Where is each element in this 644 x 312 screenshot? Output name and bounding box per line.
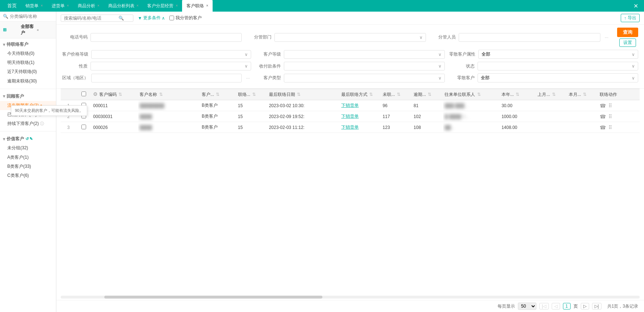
section-review-title[interactable]: ▾ 回顾客户 bbox=[0, 92, 56, 101]
region-input[interactable] bbox=[91, 74, 242, 82]
sort-icon[interactable]: ⇅ bbox=[516, 92, 519, 97]
customer-level-select[interactable]: ∨ bbox=[284, 50, 444, 59]
field-phone: 电话号码 bbox=[62, 33, 242, 42]
way-link[interactable]: 下销货单 bbox=[341, 114, 359, 119]
export-button[interactable]: ↑ 导出 bbox=[621, 14, 640, 22]
tab-home[interactable]: 首页 bbox=[3, 0, 21, 12]
table-row: 2 00030031 ████ B类客户 15 2023-02-09 19:52… bbox=[61, 111, 640, 122]
field-status: 状态 ∨ bbox=[449, 62, 638, 70]
sidebar-item-c-class[interactable]: C类客户(6) bbox=[0, 171, 56, 180]
edit-icon[interactable]: ✎ bbox=[29, 137, 33, 141]
col-year-header: 本年... ⇅ bbox=[500, 89, 536, 100]
status-select[interactable]: ∨ bbox=[478, 62, 638, 70]
main-search-input[interactable] bbox=[64, 16, 118, 21]
section-value-title[interactable]: ▾ 价值客户 ↺ ✎ bbox=[0, 134, 56, 143]
nature-label: 性质 bbox=[62, 63, 88, 69]
next-page-button[interactable]: ▷ bbox=[581, 303, 589, 309]
sort-icon[interactable]: ⇅ bbox=[118, 92, 122, 97]
close-icon[interactable]: × bbox=[137, 0, 139, 12]
sort-icon[interactable]: ⇅ bbox=[369, 92, 373, 97]
more-icon[interactable]: ··· bbox=[603, 35, 610, 40]
nature-select[interactable]: ∨ bbox=[90, 62, 251, 70]
sidebar-search-input[interactable] bbox=[10, 14, 53, 19]
sort-icon[interactable]: ⇅ bbox=[216, 92, 220, 97]
contact-icon[interactable]: ☎ bbox=[600, 125, 606, 130]
data-table: ⚙ 客户编码 ⇅ 客户名称 ⇅ 客户... ⇅ bbox=[61, 89, 640, 133]
customer-type-select[interactable]: ∨ bbox=[284, 74, 444, 82]
sort-icon[interactable]: ⇅ bbox=[252, 92, 256, 97]
sidebar-item-ungrouped[interactable]: 未分组(32) bbox=[0, 143, 56, 153]
sort-icon[interactable]: ⇅ bbox=[583, 92, 587, 97]
sort-icon[interactable]: ⇅ bbox=[477, 92, 481, 97]
manager-input[interactable] bbox=[459, 33, 600, 42]
tab-purchase[interactable]: 进货单 × bbox=[47, 0, 73, 12]
field-phone-label: 电话号码 bbox=[62, 34, 88, 40]
refresh-icon[interactable]: ↺ bbox=[25, 137, 29, 141]
select-all-checkbox[interactable] bbox=[81, 92, 86, 96]
sort-icon[interactable]: ⇅ bbox=[159, 92, 163, 97]
dept-select[interactable]: ∨ bbox=[274, 33, 426, 42]
close-icon[interactable]: × bbox=[176, 0, 178, 12]
customer-type-label: 客户类型 bbox=[255, 75, 281, 81]
sidebar-item-overdue[interactable]: 逾期未联络(30) bbox=[0, 77, 56, 86]
sidebar-item-7days[interactable]: 近7天待联络(0) bbox=[0, 67, 56, 76]
scatter-select[interactable]: 全部 ∨ bbox=[478, 73, 638, 82]
field-payment: 收付款条件 ∨ bbox=[255, 62, 444, 70]
sidebar-item-declining[interactable]: 持续下滑客户(2) ⓘ bbox=[0, 119, 56, 128]
my-customers-toggle[interactable]: 我分管的客户 bbox=[169, 15, 202, 21]
sidebar-all-customers[interactable]: ⊞ 全部客户 « bbox=[0, 21, 56, 39]
row-checkbox[interactable] bbox=[81, 125, 86, 129]
settings-col-icon[interactable]: ⚙ bbox=[93, 91, 98, 97]
first-page-button[interactable]: |◁ bbox=[539, 303, 549, 309]
window-close-button[interactable]: ✕ bbox=[631, 3, 641, 9]
close-icon[interactable]: × bbox=[67, 0, 69, 12]
sort-icon[interactable]: ⇅ bbox=[428, 92, 431, 97]
tab-sales[interactable]: 销货单 × bbox=[21, 0, 47, 12]
field-scatter-attr: 零散客户属性 全部 ∨ bbox=[449, 50, 638, 59]
section-pending-title[interactable]: ▾ 待联络客户 bbox=[0, 40, 56, 49]
chevron-down-icon: ∨ bbox=[438, 76, 442, 81]
sort-icon[interactable]: ⇅ bbox=[552, 92, 556, 97]
main-search-icon[interactable]: 🔍 bbox=[118, 16, 124, 21]
row-thismonth bbox=[567, 100, 598, 111]
price-level-select[interactable]: ∨ bbox=[91, 50, 251, 59]
sidebar-item-tomorrow[interactable]: 明天待联络(1) bbox=[0, 58, 56, 67]
horizontal-scrollbar[interactable] bbox=[61, 296, 640, 299]
sidebar: 🔍 ⊞ 全部客户 « ▾ 待联络客户 今天待联络(0) 明天待联络(1) 近7天… bbox=[0, 12, 56, 312]
row-name: ████ bbox=[138, 111, 200, 122]
scatter-attr-select[interactable]: 全部 ∨ bbox=[478, 50, 638, 59]
more-actions-icon[interactable]: ⠿ bbox=[608, 114, 612, 119]
row-contact: 15 bbox=[237, 122, 267, 133]
sidebar-item-b-class[interactable]: B类客户(33) bbox=[0, 162, 56, 171]
collapse-icon[interactable]: « bbox=[37, 28, 53, 32]
row-code: 000011 bbox=[92, 100, 138, 111]
way-link[interactable]: 下销货单 bbox=[341, 103, 359, 108]
tab-analysis[interactable]: 商品分析 × bbox=[73, 0, 104, 12]
page-size-select[interactable]: 50 20 100 bbox=[518, 303, 536, 310]
my-customers-checkbox[interactable] bbox=[169, 16, 174, 20]
tab-customer-layer[interactable]: 客户分层经营 × bbox=[143, 0, 182, 12]
close-icon[interactable]: × bbox=[206, 0, 208, 12]
tab-customer-contact[interactable]: 客户联络 × bbox=[182, 0, 213, 12]
more-conditions-btn[interactable]: ▼ 更多条件 ∧ bbox=[138, 15, 165, 21]
settings-button[interactable]: 设置 bbox=[619, 39, 636, 47]
scroll-thumb[interactable] bbox=[104, 296, 322, 299]
more-actions-icon[interactable]: ⠿ bbox=[608, 125, 612, 130]
last-page-button[interactable]: ▷| bbox=[592, 303, 601, 309]
sort-icon[interactable]: ⇅ bbox=[297, 92, 301, 97]
way-link[interactable]: 下销货单 bbox=[341, 125, 359, 130]
tab-analysis-list[interactable]: 商品分析列表 × bbox=[104, 0, 143, 12]
sidebar-item-a-class[interactable]: A类客户(1) bbox=[0, 153, 56, 162]
query-button[interactable]: 查询 bbox=[617, 28, 638, 37]
phone-input[interactable] bbox=[90, 33, 242, 42]
payment-select[interactable]: ∨ bbox=[284, 62, 444, 70]
contact-icon[interactable]: ☎ bbox=[600, 114, 606, 119]
prev-page-button[interactable]: ◁ bbox=[552, 303, 560, 309]
contact-icon[interactable]: ☎ bbox=[600, 103, 606, 109]
more-icon2[interactable]: ··· bbox=[245, 76, 251, 81]
more-actions-icon[interactable]: ⠿ bbox=[608, 103, 612, 109]
sidebar-item-today[interactable]: 今天待联络(0) bbox=[0, 49, 56, 58]
close-icon[interactable]: × bbox=[97, 0, 100, 12]
sort-icon[interactable]: ⇅ bbox=[397, 92, 401, 97]
close-icon[interactable]: × bbox=[41, 0, 43, 12]
